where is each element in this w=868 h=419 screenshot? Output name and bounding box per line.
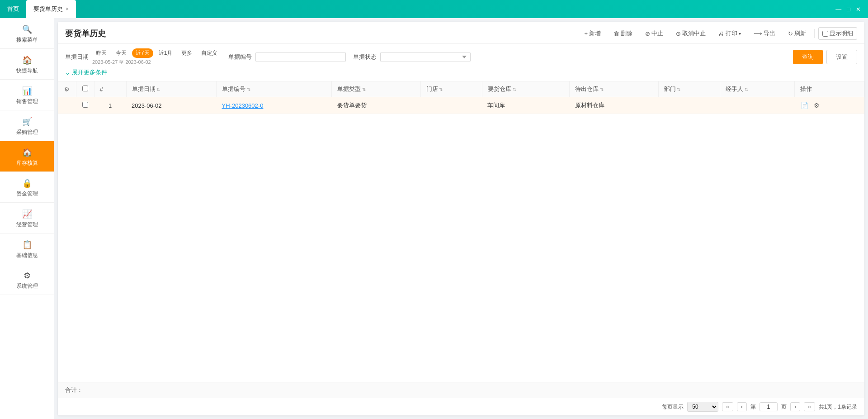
cancel-stop-icon: ⊙ — [676, 30, 681, 37]
print-button[interactable]: 🖨 打印 ▾ — [714, 28, 745, 39]
action-buttons: 查询 设置 — [793, 50, 857, 64]
first-page-button[interactable]: « — [722, 402, 733, 411]
add-label: 新增 — [589, 29, 601, 38]
close-icon[interactable]: ✕ — [856, 6, 861, 13]
row-handler — [720, 97, 794, 114]
refresh-label: 刷新 — [794, 29, 806, 38]
delete-label: 删除 — [621, 29, 632, 38]
sidebar-item-finance[interactable]: 🔒 资金管理 — [0, 172, 54, 203]
col-bill-type[interactable]: 单据类型 — [332, 81, 420, 97]
sales-icon: 📊 — [22, 86, 32, 96]
page-size-select[interactable]: 20 50 100 200 — [687, 402, 718, 412]
toolbar-divider — [814, 29, 815, 38]
col-store[interactable]: 门店 — [420, 81, 482, 97]
select-all-checkbox[interactable] — [82, 86, 88, 91]
bill-number-input[interactable] — [255, 52, 346, 62]
minimize-icon[interactable]: — — [835, 6, 841, 13]
maximize-icon[interactable]: □ — [847, 6, 850, 13]
bill-status-select[interactable] — [380, 52, 471, 62]
col-number: # — [94, 81, 126, 97]
prev-page-button[interactable]: ‹ — [737, 402, 747, 411]
date-btn-more[interactable]: 更多 — [178, 48, 196, 58]
expand-more-button[interactable]: ⌄ 展开更多条件 — [65, 68, 107, 76]
sidebar-item-label-finance: 资金管理 — [16, 190, 38, 198]
table-header-row: ⚙ # 单据日期 单据编号 单据类型 门店 要货仓库 待出仓库 部门 经手人 — [58, 81, 864, 97]
window-controls: — □ ✕ — [835, 6, 868, 13]
date-btn-custom[interactable]: 自定义 — [198, 48, 221, 58]
print-icon: 🖨 — [718, 30, 724, 37]
tab-home[interactable]: 首页 — [0, 0, 26, 18]
sidebar-item-inventory[interactable]: 🏠 库存核算 — [0, 141, 54, 172]
cancel-stop-button[interactable]: ⊙ 取消中止 — [671, 28, 710, 39]
filter-row-1: 单据日期 昨天 今天 近7天 近1月 更多 自定义 2023-05-27 至 2… — [65, 48, 857, 66]
col-handler[interactable]: 经手人 — [720, 81, 794, 97]
col-checkbox[interactable] — [76, 81, 94, 97]
row-req-warehouse: 车间库 — [482, 97, 570, 114]
tab-order-history[interactable]: 要货单历史 × — [26, 0, 76, 18]
sidebar-item-quick-nav[interactable]: 🏠 快捷导航 — [0, 49, 54, 80]
query-button[interactable]: 查询 — [793, 50, 823, 64]
sidebar-item-sales[interactable]: 📊 销售管理 — [0, 80, 54, 110]
row-edit-button[interactable]: 📄 — [800, 101, 809, 110]
basic-info-icon: 📋 — [22, 240, 32, 250]
page-label-pre: 第 — [750, 403, 756, 411]
col-date[interactable]: 单据日期 — [126, 81, 217, 97]
filter-area: 单据日期 昨天 今天 近7天 近1月 更多 自定义 2023-05-27 至 2… — [58, 44, 864, 81]
date-btn-last7days[interactable]: 近7天 — [132, 48, 153, 58]
expand-more-wrapper: ⌄ 展开更多条件 — [65, 68, 857, 76]
table-row: 1 2023-06-02 YH-20230602-0 要货单要货 车间库 原材料… — [58, 97, 864, 114]
bill-status-label: 单据状态 — [353, 53, 377, 61]
purchase-icon: 🛒 — [22, 117, 32, 127]
show-detail-button[interactable]: 显示明细 — [818, 27, 857, 40]
col-department[interactable]: 部门 — [658, 81, 720, 97]
show-detail-checkbox[interactable] — [822, 31, 828, 37]
system-icon: ⚙ — [24, 271, 31, 281]
date-filter-label: 单据日期 — [65, 53, 89, 61]
add-button[interactable]: + 新增 — [580, 28, 605, 39]
col-pending-warehouse[interactable]: 待出仓库 — [570, 81, 658, 97]
row-bill-no[interactable]: YH-20230602-0 — [217, 97, 332, 114]
delete-button[interactable]: 🗑 删除 — [609, 28, 637, 39]
stop-button[interactable]: ⊘ 中止 — [641, 28, 668, 39]
row-number: 1 — [94, 97, 126, 114]
sidebar-item-basic-info[interactable]: 📋 基础信息 — [0, 233, 54, 264]
search-menu-icon: 🔍 — [22, 24, 32, 34]
export-icon: ⟶ — [754, 30, 762, 37]
sidebar-item-operations[interactable]: 📈 经营管理 — [0, 203, 54, 233]
date-btn-yesterday[interactable]: 昨天 — [92, 48, 110, 58]
page-size-label: 每页显示 — [662, 403, 684, 411]
date-btn-today[interactable]: 今天 — [112, 48, 130, 58]
tab-close-icon[interactable]: × — [66, 6, 69, 12]
sidebar-item-purchase[interactable]: 🛒 采购管理 — [0, 110, 54, 141]
export-button[interactable]: ⟶ 导出 — [749, 28, 780, 39]
col-req-warehouse[interactable]: 要货仓库 — [482, 81, 570, 97]
sidebar-item-label-purchase: 采购管理 — [16, 129, 38, 136]
stop-icon: ⊘ — [645, 30, 650, 37]
print-dropdown-icon: ▾ — [739, 31, 741, 36]
col-settings[interactable]: ⚙ — [58, 81, 76, 97]
refresh-button[interactable]: ↻ 刷新 — [783, 28, 811, 39]
row-checkbox[interactable] — [82, 102, 88, 108]
stop-label: 中止 — [651, 29, 663, 38]
toolbar: + 新增 🗑 删除 ⊘ 中止 ⊙ 取消中止 🖨 打印 — [580, 27, 857, 40]
sidebar-item-system[interactable]: ⚙ 系统管理 — [0, 264, 54, 295]
date-buttons: 昨天 今天 近7天 近1月 更多 自定义 — [92, 48, 221, 58]
row-department — [658, 97, 720, 114]
page-number-input[interactable] — [760, 402, 778, 411]
col-bill-no[interactable]: 单据编号 — [217, 81, 332, 97]
row-more-button[interactable]: ⚙ — [813, 101, 821, 110]
table-area: ⚙ # 单据日期 单据编号 单据类型 门店 要货仓库 待出仓库 部门 经手人 — [58, 81, 864, 382]
settings-button[interactable]: 设置 — [826, 50, 857, 64]
sidebar-item-search-menu[interactable]: 🔍 搜索菜单 — [0, 18, 54, 49]
print-label: 打印 — [726, 29, 737, 38]
next-page-button[interactable]: › — [790, 402, 800, 411]
last-page-button[interactable]: » — [804, 402, 815, 411]
tab-order-history-label: 要货单历史 — [33, 5, 63, 13]
bill-number-filter-group: 单据编号 — [228, 52, 346, 62]
sidebar-item-label-system: 系统管理 — [16, 282, 38, 290]
row-checkbox-cell[interactable] — [76, 97, 94, 114]
content-area: 要货单历史 + 新增 🗑 删除 ⊘ 中止 ⊙ 取消中止 — [58, 22, 864, 415]
date-btn-last1month[interactable]: 近1月 — [155, 48, 176, 58]
sidebar-item-label-search: 搜索菜单 — [16, 36, 38, 44]
sidebar: 🔍 搜索菜单 🏠 快捷导航 📊 销售管理 🛒 采购管理 🏠 库存核算 🔒 资金管… — [0, 18, 54, 419]
